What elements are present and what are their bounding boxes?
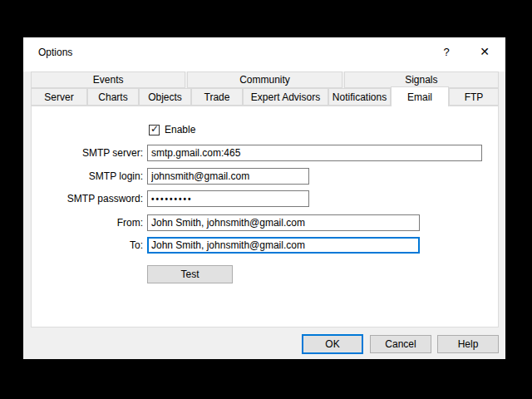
email-tab-panel: Enable SMTP server: SMTP login: SMTP pas… (31, 106, 499, 328)
tab-trade[interactable]: Trade (191, 88, 243, 106)
test-button[interactable]: Test (147, 265, 233, 283)
enable-checkbox-row: Enable (149, 124, 195, 135)
close-icon: ✕ (480, 45, 490, 58)
close-button[interactable]: ✕ (472, 37, 497, 66)
tab-row-top: Events Community Signals (31, 71, 499, 88)
from-input[interactable] (147, 214, 420, 231)
smtp-server-input[interactable] (147, 145, 482, 161)
tab-email[interactable]: Email (391, 86, 449, 106)
ok-button[interactable]: OK (302, 334, 363, 354)
tab-events[interactable]: Events (31, 71, 185, 88)
smtp-password-label: SMTP password: (32, 193, 143, 204)
smtp-login-label: SMTP login: (32, 170, 143, 182)
to-label: To: (32, 239, 143, 251)
dialog-title: Options (38, 47, 72, 58)
options-dialog: Options ? ✕ Events Community Signals Ser… (23, 37, 505, 359)
question-mark-icon: ? (443, 46, 449, 58)
tab-ftp[interactable]: FTP (449, 88, 499, 106)
tab-notifications[interactable]: Notifications (328, 88, 391, 106)
smtp-password-input[interactable] (147, 190, 309, 207)
tab-community[interactable]: Community (187, 71, 342, 88)
to-input[interactable] (147, 237, 420, 254)
smtp-login-input[interactable] (147, 168, 309, 185)
enable-checkbox-label: Enable (165, 124, 195, 135)
tab-server[interactable]: Server (31, 88, 87, 106)
enable-checkbox[interactable] (149, 125, 160, 135)
help-titlebar-button[interactable]: ? (434, 37, 459, 66)
smtp-server-label: SMTP server: (32, 147, 143, 159)
cancel-button[interactable]: Cancel (370, 335, 431, 353)
tab-signals[interactable]: Signals (344, 71, 499, 88)
tab-objects[interactable]: Objects (139, 88, 191, 106)
from-label: From: (32, 217, 143, 229)
help-button[interactable]: Help (437, 335, 499, 353)
title-bar: Options ? ✕ (23, 37, 505, 71)
tab-charts[interactable]: Charts (87, 88, 139, 106)
tab-expert-advisors[interactable]: Expert Advisors (243, 88, 328, 106)
tab-row-bottom: Server Charts Objects Trade Expert Advis… (31, 88, 499, 106)
